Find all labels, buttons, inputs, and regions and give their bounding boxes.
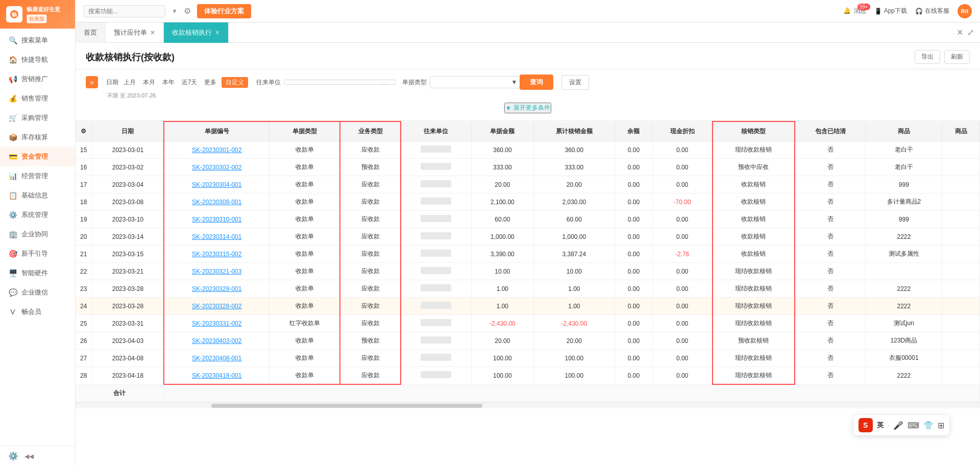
sn-link[interactable]: SK-20230304-001 — [192, 181, 241, 188]
sidebar-item-inventory[interactable]: 📦库存核算 — [0, 128, 75, 147]
sn-link[interactable]: SK-20230331-002 — [192, 320, 241, 327]
scroll-bar[interactable] — [76, 402, 980, 408]
sn-link[interactable]: SK-20230403-002 — [192, 337, 241, 345]
tab-close-payable[interactable]: ✕ — [150, 29, 155, 36]
cell-balance: 0.00 — [615, 350, 653, 367]
app-download-button[interactable]: 📱 App下载 — [874, 7, 907, 15]
sn-link[interactable]: SK-20230301-002 — [192, 146, 241, 154]
tab-close-collection[interactable]: ✕ — [215, 29, 220, 36]
sn-link[interactable]: SK-20230302-002 — [192, 164, 241, 171]
cell-sn[interactable]: SK-20230304-001 — [164, 176, 269, 193]
cell-balance: 0.00 — [615, 159, 653, 176]
dropdown-arrow-icon[interactable]: ▼ — [172, 8, 178, 15]
tab-collection[interactable]: 收款核销执行✕ — [164, 22, 229, 43]
sn-link[interactable]: SK-20230310-001 — [192, 216, 241, 223]
tab-home[interactable]: 首页 — [76, 22, 106, 43]
cell-sn[interactable]: SK-20230314-001 — [164, 228, 269, 246]
sn-link[interactable]: SK-20230408-001 — [192, 355, 241, 362]
sidebar-item-operation[interactable]: 📊经营管理 — [0, 166, 75, 186]
cell-partner — [401, 298, 472, 315]
sidebar-item-finance[interactable]: 💳资金管理 — [0, 147, 75, 166]
export-button[interactable]: 导出 — [915, 50, 940, 64]
ime-text: 英 — [877, 421, 884, 430]
cell-sn[interactable]: SK-20230328-001 — [164, 280, 269, 298]
sidebar-item-sales[interactable]: 💰销售管理 — [0, 89, 75, 108]
cell-settled: 否 — [795, 159, 866, 176]
mic-icon[interactable]: 🎤 — [893, 421, 903, 430]
expand-tabs-icon[interactable]: ⤢ — [967, 28, 974, 37]
service-button[interactable]: 🎧 在线客服 — [915, 7, 949, 15]
cell-sn[interactable]: SK-20230403-002 — [164, 332, 269, 350]
cell-goods2 — [942, 280, 980, 298]
search-input[interactable] — [84, 5, 165, 17]
query-button[interactable]: 查询 — [520, 75, 553, 90]
sidebar-item-hardware[interactable]: 🖥️智能硬件 — [0, 263, 75, 283]
sidebar-item-guide[interactable]: 🎯新手引导 — [0, 244, 75, 263]
voucher-type-select[interactable]: ▼ — [430, 76, 522, 88]
settings-icon[interactable]: ⚙️ — [8, 451, 18, 461]
cell-sn[interactable]: SK-20230302-002 — [164, 159, 269, 176]
sn-link[interactable]: SK-20230315-002 — [192, 251, 241, 258]
sidebar-item-vip[interactable]: V畅会员 — [0, 302, 75, 322]
filter-custom-btn[interactable]: 自定义 — [222, 77, 248, 88]
sidebar-item-basic[interactable]: 📋基础信息 — [0, 186, 75, 205]
sn-link[interactable]: SK-20230418-001 — [192, 372, 241, 379]
cell-goods1: 测试jun — [866, 315, 942, 332]
operation-icon: 📊 — [8, 171, 17, 181]
cell-no: 18 — [76, 193, 92, 211]
cell-sn[interactable]: SK-20230321-003 — [164, 263, 269, 280]
sn-link[interactable]: SK-20230328-002 — [192, 303, 241, 310]
sidebar-item-system[interactable]: ⚙️系统管理 — [0, 205, 75, 225]
scroll-thumb[interactable] — [211, 404, 483, 408]
keyboard-icon[interactable]: ⌨ — [908, 421, 919, 430]
cell-sn[interactable]: SK-20230310-001 — [164, 211, 269, 228]
cell-sn[interactable]: SK-20230408-001 — [164, 350, 269, 367]
sidebar-item-quicknav[interactable]: 🏠快捷导航 — [0, 50, 75, 69]
cell-settled: 否 — [795, 141, 866, 159]
avatar[interactable]: Rit — [958, 4, 972, 18]
sidebar-item-wechat[interactable]: 💬企业微信 — [0, 283, 75, 302]
filter-more[interactable]: 更多 — [202, 77, 218, 88]
sidebar-item-search[interactable]: 🔍搜索菜单 — [0, 31, 75, 50]
notification-button[interactable]: 🔔 99+ 消息 — [843, 7, 866, 15]
cell-sn[interactable]: SK-20230308-001 — [164, 193, 269, 211]
solution-button[interactable]: 体验行业方案 — [197, 4, 251, 18]
cell-type: 收款单 — [269, 193, 340, 211]
sn-link[interactable]: SK-20230308-001 — [192, 199, 241, 206]
cell-sn[interactable]: SK-20230315-002 — [164, 246, 269, 263]
sidebar-item-marketing[interactable]: 📢营销推广 — [0, 69, 75, 89]
close-tab-icon[interactable]: ✕ — [957, 28, 963, 37]
cell-no: 26 — [76, 332, 92, 350]
settings-button[interactable]: 设置 — [561, 75, 589, 90]
cell-no: 28 — [76, 367, 92, 385]
th-settings[interactable]: ⚙ — [76, 121, 92, 141]
grid-icon[interactable]: ⊞ — [938, 421, 944, 430]
sidebar-item-purchase[interactable]: 🛒采购管理 — [0, 108, 75, 128]
cell-accum: 3,387.24 — [533, 246, 615, 263]
expand-conditions-button[interactable]: ▼ 展开更多条件 — [504, 103, 551, 113]
filter-this-month[interactable]: 本月 — [141, 77, 157, 88]
cell-sn[interactable]: SK-20230418-001 — [164, 367, 269, 385]
sn-link[interactable]: SK-20230328-001 — [192, 285, 241, 292]
cell-sn[interactable]: SK-20230328-002 — [164, 298, 269, 315]
settings-gear-icon[interactable]: ⚙ — [184, 6, 191, 16]
shirt-icon[interactable]: 👕 — [923, 421, 934, 430]
collapse-icon[interactable]: ◀◀ — [24, 453, 34, 460]
sidebar-label-inventory: 库存核算 — [21, 133, 48, 142]
tab-payable[interactable]: 预计应付单✕ — [106, 22, 164, 43]
filter-toggle-button[interactable]: » — [86, 76, 98, 88]
sn-link[interactable]: SK-20230314-001 — [192, 233, 241, 240]
cell-sn[interactable]: SK-20230301-002 — [164, 141, 269, 159]
sidebar-item-enterprise[interactable]: 🏢企业协同 — [0, 225, 75, 244]
cell-biz-type: 应收款 — [340, 298, 400, 315]
filter-7days[interactable]: 近7天 — [180, 77, 200, 88]
refresh-button[interactable]: 刷新 — [944, 50, 970, 64]
cell-discount: 0.00 — [652, 280, 712, 298]
cell-type: 红字收款单 — [269, 315, 340, 332]
filter-last-month[interactable]: 上月 — [121, 77, 138, 88]
cell-goods1: 2222 — [866, 228, 942, 246]
sn-link[interactable]: SK-20230321-003 — [192, 268, 241, 275]
cell-type: 收款单 — [269, 141, 340, 159]
filter-this-year[interactable]: 本年 — [160, 77, 177, 88]
cell-sn[interactable]: SK-20230331-002 — [164, 315, 269, 332]
